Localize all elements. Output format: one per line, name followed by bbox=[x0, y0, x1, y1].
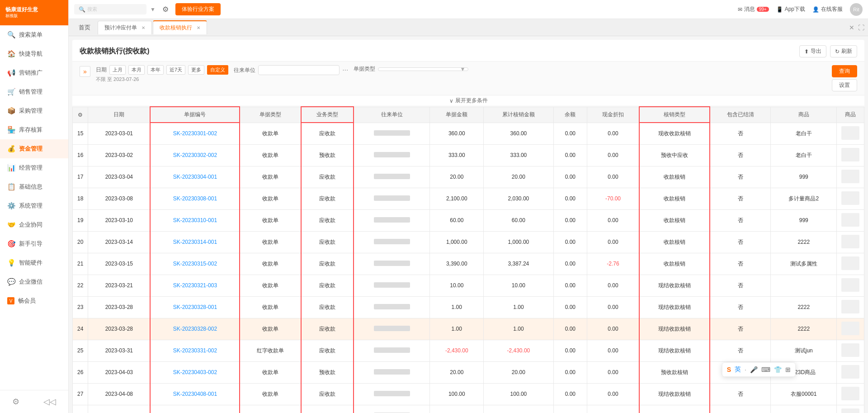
sidebar-item-basic[interactable]: 📋 基础信息 bbox=[0, 177, 68, 196]
row-goods2 bbox=[837, 144, 864, 166]
row-doc-type: 收款单 bbox=[240, 318, 301, 340]
doc-no-link[interactable]: SK-20230315-002 bbox=[173, 261, 217, 267]
expand-more-btn[interactable]: ∨ 展开更多条件 bbox=[449, 97, 488, 104]
doctype-select[interactable]: ▼ bbox=[378, 67, 468, 71]
filter-settings-button[interactable]: 设置 bbox=[832, 79, 857, 91]
row-verify-type: 现结收款核销 bbox=[639, 318, 710, 340]
row-date: 2023-03-28 bbox=[88, 296, 150, 318]
row-included: 否 bbox=[710, 383, 771, 405]
tab-close-receipt-icon[interactable]: ✕ bbox=[197, 25, 200, 30]
topbar: 🔍 搜索 ▼ ⚙ 体验行业方案 ✉ 消息 99+ 📱 App下载 👤 在线客服 … bbox=[69, 0, 868, 19]
tab-actions: ✕ ⛶ bbox=[849, 24, 864, 31]
sidebar-item-hardware[interactable]: 💡 智能硬件 bbox=[0, 253, 68, 272]
table-container: ⚙ 日期 单据编号 单据类型 业务类型 往来单位 单据金额 累计核销金额 余额 … bbox=[72, 106, 864, 413]
export-button[interactable]: ⬆ 导出 bbox=[799, 45, 826, 57]
doc-no-link[interactable]: SK-20230328-002 bbox=[173, 326, 217, 332]
row-goods2 bbox=[837, 166, 864, 188]
doc-no-link[interactable]: SK-20230321-003 bbox=[173, 282, 217, 289]
doc-no-link[interactable]: SK-20230302-002 bbox=[173, 152, 217, 158]
row-discount: 0.00 bbox=[587, 340, 639, 361]
th-gear[interactable]: ⚙ bbox=[73, 107, 88, 123]
custom-date-btn[interactable]: 自定义 bbox=[207, 65, 228, 75]
maximize-icon[interactable]: ⛶ bbox=[858, 24, 864, 31]
app-download-item[interactable]: 📱 App下载 bbox=[776, 5, 805, 13]
messages-item[interactable]: ✉ 消息 99+ bbox=[738, 5, 769, 13]
inventory-icon: 🏪 bbox=[7, 126, 15, 134]
online-service-item[interactable]: 👤 在线客服 bbox=[812, 5, 843, 13]
sidebar-item-member[interactable]: V 畅会员 bbox=[0, 291, 68, 310]
row-num: 28 bbox=[73, 405, 88, 413]
gear-icon[interactable]: ⚙ bbox=[159, 3, 172, 16]
doc-no-link[interactable]: SK-20230331-002 bbox=[173, 347, 217, 354]
sidebar-item-label: 新手引导 bbox=[19, 240, 42, 248]
sidebar-item-collab[interactable]: 🤝 企业协同 bbox=[0, 215, 68, 234]
row-amount: 360.00 bbox=[430, 123, 484, 144]
row-goods1: 老白干 bbox=[771, 123, 837, 144]
sidebar-item-operations[interactable]: 📊 经营管理 bbox=[0, 158, 68, 177]
doc-no-link[interactable]: SK-20230314-001 bbox=[173, 239, 217, 245]
sidebar-item-wechat[interactable]: 💬 企业微信 bbox=[0, 272, 68, 291]
topbar-search-text: 搜索 bbox=[87, 6, 97, 13]
row-goods2 bbox=[837, 383, 864, 405]
filter-row: » 日期 上月 本月 本年 近7天 更多 自定义 不限 至 2023-07-26 bbox=[80, 65, 857, 91]
sidebar-item-quicknav[interactable]: 🏠 快捷导航 bbox=[0, 44, 68, 63]
last7-btn[interactable]: 近7天 bbox=[166, 65, 185, 75]
row-partner bbox=[354, 296, 429, 318]
doc-no-link[interactable]: SK-20230310-001 bbox=[173, 217, 217, 223]
refresh-button[interactable]: ↻ 刷新 bbox=[830, 45, 857, 57]
basic-icon: 📋 bbox=[7, 183, 15, 191]
tab-home[interactable]: 首页 bbox=[72, 21, 97, 34]
sidebar-item-marketing[interactable]: 📢 营销推广 bbox=[0, 63, 68, 82]
sidebar-item-tutorial[interactable]: 🎯 新手引导 bbox=[0, 234, 68, 253]
more-date-btn[interactable]: 更多 bbox=[188, 65, 204, 75]
sidebar-item-finance[interactable]: 💰 资金管理 bbox=[0, 139, 68, 158]
finance-icon: 💰 bbox=[7, 145, 15, 153]
row-discount: 0.00 bbox=[587, 318, 639, 340]
close-tab-icon[interactable]: ✕ bbox=[849, 24, 854, 31]
query-button[interactable]: 查询 bbox=[832, 65, 857, 77]
this-year-btn[interactable]: 本年 bbox=[147, 65, 164, 75]
tab-close-prepayment-icon[interactable]: ✕ bbox=[142, 25, 145, 30]
doc-no-link[interactable]: SK-20230408-001 bbox=[173, 391, 217, 397]
tab-home-label: 首页 bbox=[79, 24, 90, 32]
solution-button[interactable]: 体验行业方案 bbox=[175, 3, 221, 15]
tab-receipt-verify[interactable]: 收款核销执行 ✕ bbox=[153, 20, 207, 34]
doc-no-link[interactable]: SK-20230304-001 bbox=[173, 174, 217, 180]
filter-expand-btn[interactable]: » bbox=[80, 66, 90, 77]
doc-no-link[interactable]: SK-20230328-001 bbox=[173, 304, 217, 310]
this-month-btn[interactable]: 本月 bbox=[128, 65, 145, 75]
sidebar-item-system[interactable]: ⚙️ 系统管理 bbox=[0, 196, 68, 215]
row-num: 25 bbox=[73, 340, 88, 361]
row-doc-type: 收款单 bbox=[240, 383, 301, 405]
row-num: 18 bbox=[73, 188, 88, 209]
sidebar-item-purchase[interactable]: 📦 采购管理 bbox=[0, 101, 68, 120]
sidebar-item-sales[interactable]: 🛒 销售管理 bbox=[0, 82, 68, 101]
doc-no-link[interactable]: SK-20230403-002 bbox=[173, 369, 217, 375]
row-doc-type: 收款单 bbox=[240, 231, 301, 253]
tab-prepayment[interactable]: 预计冲应付单 ✕ bbox=[98, 21, 152, 34]
user-avatar[interactable]: Rit bbox=[850, 3, 863, 16]
row-partner bbox=[354, 166, 429, 188]
row-biz-type: 应收款 bbox=[301, 405, 354, 413]
row-goods2 bbox=[837, 123, 864, 144]
sidebar-item-search[interactable]: 🔍 搜索菜单 bbox=[0, 25, 68, 44]
row-goods2 bbox=[837, 188, 864, 209]
table-row: 22 2023-03-21 SK-20230321-003 收款单 应收款 10… bbox=[73, 275, 864, 296]
sidebar-item-inventory[interactable]: 🏪 库存核算 bbox=[0, 120, 68, 139]
partner-ellipsis-icon[interactable]: ··· bbox=[342, 66, 348, 74]
row-biz-type: 应收款 bbox=[301, 253, 354, 275]
row-date: 2023-03-14 bbox=[88, 231, 150, 253]
doc-no-link[interactable]: SK-20230308-001 bbox=[173, 195, 217, 202]
topbar-search-area[interactable]: 🔍 搜索 bbox=[74, 4, 146, 14]
settings-bottom-icon[interactable]: ⚙ bbox=[8, 394, 24, 409]
row-balance: 0.00 bbox=[553, 123, 587, 144]
collapse-icon[interactable]: ◁◁ bbox=[39, 394, 61, 409]
row-amount: 20.00 bbox=[430, 361, 484, 383]
last-month-btn[interactable]: 上月 bbox=[109, 65, 126, 75]
row-amount: 100.00 bbox=[430, 383, 484, 405]
row-discount: 0.00 bbox=[587, 275, 639, 296]
th-biz-type: 业务类型 bbox=[301, 107, 354, 123]
partner-input[interactable] bbox=[258, 65, 340, 75]
topbar-right: ✉ 消息 99+ 📱 App下载 👤 在线客服 Rit bbox=[738, 3, 863, 16]
doc-no-link[interactable]: SK-20230301-002 bbox=[173, 130, 217, 137]
